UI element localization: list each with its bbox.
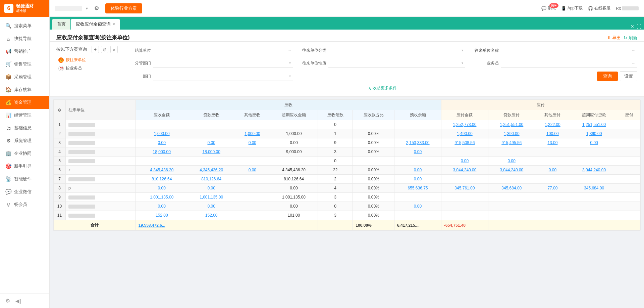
cell-other-ar bbox=[235, 184, 270, 193]
query-btn[interactable]: 查询 bbox=[597, 72, 618, 81]
table-row: 9 1,001,135.00 1,001,135.00 1,001,135.00… bbox=[54, 193, 640, 202]
footer-other-ap bbox=[535, 220, 570, 230]
refresh-btn[interactable]: ↻ 刷新 bbox=[624, 35, 637, 41]
scheme-by-partner[interactable]: 💰 按往来单位 bbox=[56, 56, 118, 64]
window-expand-icon[interactable]: ⛶ bbox=[637, 24, 641, 29]
message-btn[interactable]: 💬 消息 99+ bbox=[541, 5, 556, 11]
th-settings[interactable]: ⚙ bbox=[54, 100, 66, 120]
sidebar-item-quick[interactable]: ⌂ 快捷导航 bbox=[0, 32, 49, 45]
cell-other-ap bbox=[535, 193, 570, 202]
cell-loan-ar: 1,001,135.00 bbox=[188, 193, 235, 202]
sidebar-item-system[interactable]: ⚙ 系统管理 bbox=[0, 134, 49, 147]
add-scheme-btn[interactable]: + bbox=[92, 46, 99, 53]
cell-prepay bbox=[394, 193, 441, 202]
sidebar-item-wechat[interactable]: 💬 企业微信 bbox=[0, 185, 49, 198]
breadcrumb-arrow: ▾ bbox=[86, 6, 88, 11]
sidebar-item-sales[interactable]: 🛒 销售管理 bbox=[0, 58, 49, 71]
collapse-icon[interactable]: ◀‖ bbox=[15, 298, 21, 304]
sidebar-item-basic[interactable]: 🗂 基础信息 bbox=[0, 122, 49, 134]
cell-ar-count: 3 bbox=[318, 147, 353, 157]
cell-other-ar: 0.00 bbox=[235, 138, 270, 147]
cell-partner bbox=[66, 120, 136, 129]
member-icon: V bbox=[5, 202, 11, 208]
home-icon: ⌂ bbox=[5, 36, 11, 42]
logo-icon: 6 bbox=[4, 4, 13, 13]
sidebar-item-search[interactable]: 🔍 搜索菜单 bbox=[0, 19, 49, 32]
collapse-scheme-btn[interactable]: « bbox=[110, 46, 118, 53]
sidebar-item-corp[interactable]: 🏢 企业协同 bbox=[0, 147, 49, 160]
sidebar-item-newbie[interactable]: 🎯 新手引导 bbox=[0, 160, 49, 173]
sidebar-item-purchase[interactable]: 📦 采购管理 bbox=[0, 71, 49, 83]
cell-overdue-ar bbox=[270, 157, 318, 166]
topbar-gear-icon[interactable]: ⚙ bbox=[92, 4, 101, 13]
page-title: 应收应付余额查询(按往来单位) bbox=[56, 34, 130, 41]
th-overdue-ar: 超期应收金额 bbox=[270, 110, 318, 120]
cell-prepay: 0.00 bbox=[394, 202, 441, 211]
partner-category-select[interactable]: ▾ bbox=[328, 46, 465, 55]
dept-select[interactable]: ▾ bbox=[153, 72, 293, 81]
export-btn[interactable]: ⬆ 导出 bbox=[607, 35, 621, 41]
cell-other-ar bbox=[235, 120, 270, 129]
partner-name-input[interactable]: ··· bbox=[501, 46, 637, 55]
sidebar-item-hardware[interactable]: 📡 智能硬件 bbox=[0, 173, 49, 185]
cell-seq: 11 bbox=[54, 211, 66, 220]
cell-seq: 10 bbox=[54, 202, 66, 211]
settings-footer-icon[interactable]: ⚙ bbox=[5, 298, 10, 304]
settings-btn[interactable]: 设置 bbox=[620, 71, 637, 81]
cell-ap-amount: 345,761.00 bbox=[441, 184, 488, 193]
filter-label-partner-cat: 往来单位分类 bbox=[300, 48, 326, 53]
salesperson-input[interactable]: ··· bbox=[501, 58, 637, 68]
sidebar-item-label: 企业协同 bbox=[14, 150, 32, 157]
cell-ar-count: 2 bbox=[318, 175, 353, 184]
service-icon: 🎧 bbox=[588, 6, 593, 11]
cell-ar-amount: 1,000.00 bbox=[136, 129, 188, 138]
sidebar-item-inventory[interactable]: 🏠 库存核算 bbox=[0, 83, 49, 96]
dept-manager-select[interactable]: ▾ bbox=[153, 58, 293, 68]
industry-btn[interactable]: 体验行业方案 bbox=[105, 3, 142, 13]
cell-overdue-ar: 0.00 bbox=[270, 138, 318, 147]
sidebar-item-member[interactable]: V 畅会员 bbox=[0, 198, 49, 211]
inventory-icon: 🏠 bbox=[5, 87, 11, 93]
cell-ap-extra bbox=[618, 129, 640, 138]
cell-ar-ratio bbox=[353, 157, 394, 166]
sidebar-item-label: 采购管理 bbox=[14, 74, 32, 80]
tab-ar[interactable]: 应收应付余额查询 × bbox=[71, 19, 120, 30]
tab-home-label: 首页 bbox=[57, 21, 66, 27]
tab-home[interactable]: 首页 bbox=[52, 19, 70, 30]
filter-label-dept: 部门 bbox=[127, 74, 151, 79]
sidebar-item-label: 快捷导航 bbox=[14, 36, 32, 42]
sidebar-item-marketing[interactable]: 📢 营销推广 bbox=[0, 45, 49, 58]
service-btn[interactable]: 🎧 在线客服 bbox=[588, 5, 610, 11]
cell-ap-amount: 915,508.56 bbox=[441, 138, 488, 147]
cell-ar-ratio: 0.00% bbox=[353, 184, 394, 193]
footer-ap-extra bbox=[618, 220, 640, 230]
collapse-more-btn[interactable]: ∧ 收起更多条件 bbox=[368, 85, 397, 91]
cell-partner bbox=[66, 193, 136, 202]
window-close-icon[interactable]: × bbox=[631, 24, 634, 30]
cell-other-ap: 1,222.00 bbox=[535, 120, 570, 129]
cell-loan-ap bbox=[488, 175, 535, 184]
scheme-by-employee[interactable]: ⏰ 按业务员 bbox=[56, 64, 118, 73]
settlement-unit-input[interactable]: ··· bbox=[153, 46, 293, 55]
cell-ap-extra bbox=[618, 157, 640, 166]
operation-icon: 📊 bbox=[5, 112, 11, 118]
partner-nature-select[interactable]: ▾ bbox=[328, 58, 465, 68]
cell-loan-ar: 4,345,436.20 bbox=[188, 166, 235, 175]
app-download-btn[interactable]: 📱 App下载 bbox=[561, 5, 583, 11]
filter-partner-category: 往来单位分类 ▾ bbox=[300, 46, 465, 55]
cell-overdue-ap bbox=[570, 193, 618, 202]
cell-other-ap: 77.00 bbox=[535, 184, 570, 193]
cell-overdue-ap: 1,390.00 bbox=[570, 129, 618, 138]
cell-loan-ap bbox=[488, 211, 535, 220]
finance-icon: 💰 bbox=[5, 99, 11, 105]
cell-loan-ar: 18,000.00 bbox=[188, 147, 235, 157]
sidebar-item-operation[interactable]: 📊 经营管理 bbox=[0, 109, 49, 122]
sidebar-item-finance[interactable]: 💰 资金管理 bbox=[0, 96, 49, 109]
marketing-icon: 📢 bbox=[5, 48, 11, 54]
cell-ap-amount bbox=[441, 202, 488, 211]
target-scheme-btn[interactable]: ◎ bbox=[101, 46, 108, 53]
sidebar-item-label: 搜索菜单 bbox=[14, 23, 32, 29]
tab-close-icon[interactable]: × bbox=[113, 22, 115, 27]
breadcrumb bbox=[55, 6, 82, 11]
cell-ar-amount: 0.00 bbox=[136, 184, 188, 193]
